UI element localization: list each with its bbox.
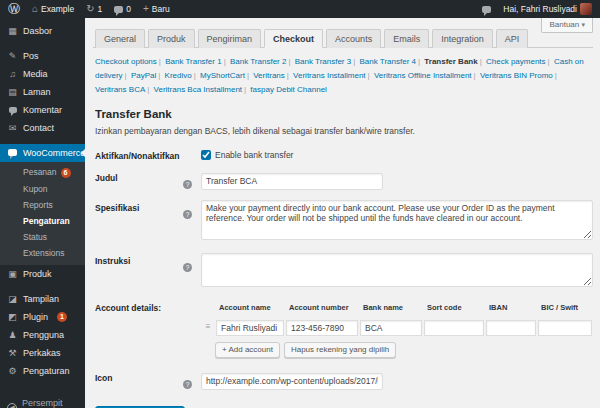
subnav-link-veritrans-bin-promo[interactable]: Veritrans BIN Promo	[480, 71, 553, 80]
sidebar-item-label: Pengaturan	[23, 366, 70, 376]
account-number-input[interactable]	[286, 320, 358, 336]
sidebar-item-plugin[interactable]: ◩ Plugin1	[0, 308, 85, 326]
account-menu[interactable]: Hai, Fahri Rusliyadi	[503, 3, 592, 15]
section-description: Izinkan pembayaran dengan BACS, lebih di…	[95, 126, 593, 136]
mail-icon: ✉	[7, 124, 18, 133]
iban-input[interactable]	[486, 320, 536, 336]
subnav-link-paypal[interactable]: PayPal	[131, 71, 156, 80]
delete-selected-accounts-button[interactable]: Hapus rekening yang dipilih	[284, 342, 396, 358]
appearance-icon: ◪	[7, 295, 18, 304]
subnav-link-veritrans[interactable]: Veritrans	[253, 71, 285, 80]
updates-link[interactable]: ↻ 1	[86, 4, 102, 14]
updates-icon: ↻	[86, 4, 94, 14]
tab-integration[interactable]: Integration	[432, 29, 493, 48]
tab-general[interactable]: General	[95, 29, 145, 48]
sidebar-item-komentar[interactable]: Komentar	[0, 101, 85, 119]
submenu-item-pengaturan[interactable]: Pengaturan	[0, 213, 85, 229]
collapse-menu-button[interactable]: ◀ Persempit menu	[0, 394, 85, 408]
wordpress-logo-icon[interactable]: Ⓦ	[8, 1, 20, 18]
subnav-link-veritrans-bca-installment[interactable]: Veritrans Bca Installment	[154, 85, 242, 94]
description-row: Spesifikasi ? Make your payment directly…	[95, 200, 593, 244]
sidebar-item-media[interactable]: ♫ Media	[0, 65, 85, 83]
subnav-link-kredivo[interactable]: Kredivo	[165, 71, 192, 80]
notification-link[interactable]	[482, 6, 491, 13]
new-content-link[interactable]: + Baru	[143, 4, 170, 14]
subnav-link-bank-transfer-4[interactable]: Bank Transfer 4	[360, 57, 416, 66]
sidebar-item-perkakas[interactable]: ⚒ Perkakas	[0, 344, 85, 362]
help-tip-icon[interactable]: ?	[183, 380, 192, 389]
tab-checkout[interactable]: Checkout	[264, 29, 323, 48]
description-textarea[interactable]: Make your payment directly into our bank…	[201, 200, 593, 240]
woocommerce-submenu: Pesanan6 Kupon Reports Pengaturan Status…	[0, 162, 85, 265]
products-icon: ▣	[7, 270, 18, 279]
dashboard-icon: ▦	[7, 27, 18, 36]
subnav-link-transfer-bank-current[interactable]: Transfer Bank	[424, 57, 477, 66]
instructions-row: Instruksi ?	[95, 253, 593, 291]
submenu-item-reports[interactable]: Reports	[0, 197, 85, 213]
subnav-link-veritrans-bca[interactable]: Veritrans BCA	[95, 85, 145, 94]
avatar	[580, 3, 592, 15]
main-content: Bantuan ▾ General Produk Pengiriman Chec…	[85, 18, 600, 408]
submenu-item-extensions[interactable]: Extensions	[0, 245, 85, 261]
help-tip-icon[interactable]: ?	[183, 210, 192, 219]
sidebar-item-label: Pos	[23, 51, 39, 61]
sidebar-item-pengguna[interactable]: ♟ Pengguna	[0, 326, 85, 344]
sidebar-item-pos[interactable]: ✎ Pos	[0, 47, 85, 65]
subnav-link-bank-transfer-2[interactable]: Bank Transfer 2	[230, 57, 286, 66]
account-details-label: Account details:	[95, 300, 183, 313]
subnav-link-myshortcart[interactable]: MyShortCart	[200, 71, 245, 80]
help-button[interactable]: Bantuan ▾	[541, 18, 593, 33]
enable-bank-transfer-checkbox[interactable]	[201, 150, 211, 160]
submenu-item-status[interactable]: Status	[0, 229, 85, 245]
help-tip-icon[interactable]: ?	[183, 263, 192, 272]
sort-code-input[interactable]	[424, 320, 484, 336]
sidebar-item-laman[interactable]: ▤ Laman	[0, 83, 85, 101]
tab-emails[interactable]: Emails	[384, 29, 429, 48]
sidebar-item-woocommerce[interactable]: WooCommerce	[0, 144, 85, 162]
sidebar-item-label: Media	[23, 69, 48, 79]
sidebar-item-tampilan[interactable]: ◪ Tampilan	[0, 290, 85, 308]
admin-bar-right: Hai, Fahri Rusliyadi	[482, 3, 592, 15]
sidebar-item-dasbor[interactable]: ▦ Dasbor	[0, 22, 85, 40]
site-name-link[interactable]: ⌂ Example	[32, 4, 74, 14]
sidebar-item-label: Komentar	[23, 105, 62, 115]
submenu-item-pesanan[interactable]: Pesanan6	[0, 164, 85, 181]
accounts-table: Account name Account number Bank name So…	[201, 300, 593, 337]
add-account-button[interactable]: + Add account	[215, 342, 280, 358]
plugin-update-badge: 1	[57, 312, 67, 322]
admin-bar-left: Ⓦ ⌂ Example ↻ 1 0 + Baru	[8, 1, 170, 18]
bic-swift-input[interactable]	[538, 320, 592, 336]
sidebar-item-label: Contact	[23, 123, 54, 133]
collapse-label: Persempit menu	[22, 398, 78, 408]
subnav-link-veritrans-installment[interactable]: Veritrans Installment	[293, 71, 365, 80]
submenu-item-kupon[interactable]: Kupon	[0, 181, 85, 197]
sidebar-item-pengaturan-wp[interactable]: ⚙ Pengaturan	[0, 362, 85, 380]
subnav-link-faspay-debit-channel[interactable]: faspay Debit Channel	[250, 85, 327, 94]
tab-accounts[interactable]: Accounts	[326, 29, 381, 48]
help-tip-icon[interactable]: ?	[183, 180, 192, 189]
users-icon: ♟	[7, 331, 18, 340]
account-name-input[interactable]	[216, 320, 284, 336]
subnav-link-check-payments[interactable]: Check payments	[486, 57, 546, 66]
col-bic-swift: BIC / Swift	[537, 300, 593, 316]
subnav-link-bank-transfer-1[interactable]: Bank Transfer 1	[165, 57, 221, 66]
title-input[interactable]	[201, 173, 383, 190]
enable-checkbox-label: Enable bank transfer	[215, 150, 293, 160]
comments-link[interactable]: 0	[114, 4, 131, 14]
subnav-link-bank-transfer-3[interactable]: Bank Transfer 3	[295, 57, 351, 66]
subnav-link-checkout-options[interactable]: Checkout options	[95, 57, 157, 66]
instructions-textarea[interactable]	[201, 253, 593, 287]
col-bank-name: Bank name	[359, 300, 423, 316]
sidebar-item-contact[interactable]: ✉ Contact	[0, 119, 85, 137]
tab-api[interactable]: API	[496, 29, 529, 48]
settings-tabs: General Produk Pengiriman Checkout Accou…	[93, 29, 593, 48]
col-account-name: Account name	[215, 300, 285, 316]
icon-url-input[interactable]	[201, 373, 383, 390]
drag-handle-icon[interactable]: ≡	[201, 316, 215, 337]
subnav-link-veritrans-offline-installment[interactable]: Veritrans Offline Installment	[374, 71, 472, 80]
bank-name-input[interactable]	[360, 320, 422, 336]
tab-produk[interactable]: Produk	[148, 29, 195, 48]
col-account-number: Account number	[285, 300, 359, 316]
tab-pengiriman[interactable]: Pengiriman	[198, 29, 262, 48]
sidebar-item-produk[interactable]: ▣ Produk	[0, 265, 85, 283]
